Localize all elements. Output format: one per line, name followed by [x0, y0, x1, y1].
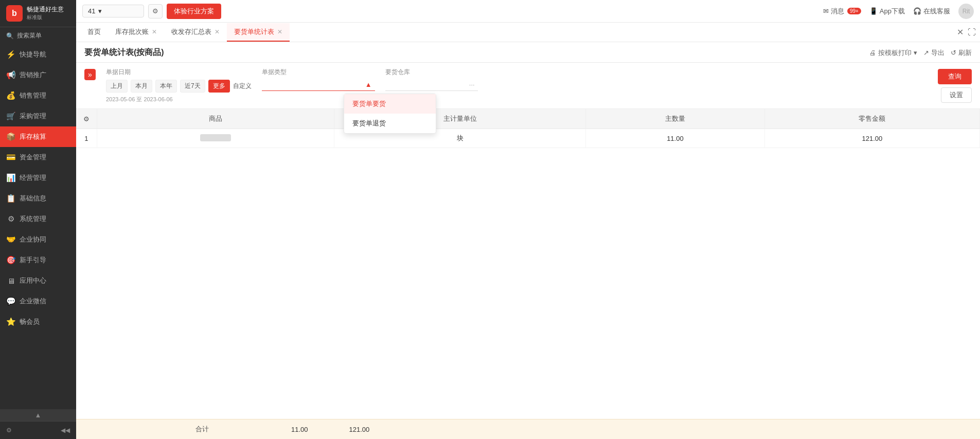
close-receive-summary-icon[interactable]: ✕ — [215, 28, 220, 35]
purchase-icon: 🛒 — [6, 112, 15, 121]
type-filter-input[interactable] — [265, 81, 362, 88]
warehouse-filter-label: 要货仓库 — [385, 68, 478, 77]
sidebar-item-inventory[interactable]: 📦 库存核算 — [0, 126, 76, 147]
sidebar-label-wechat: 企业微信 — [20, 297, 46, 306]
message-icon: ✉ — [823, 7, 829, 15]
date-btn-more[interactable]: 更多 — [208, 80, 230, 93]
dropdown-arrow-icon: ▾ — [98, 7, 102, 15]
sidebar-item-quick-nav[interactable]: ⚡ 快捷导航 — [0, 44, 76, 65]
finance-icon: 💳 — [6, 153, 15, 162]
user-name: Rit — [963, 8, 970, 15]
sidebar-item-basic-info[interactable]: 📋 基础信息 — [0, 188, 76, 209]
row-qty: 11.00 — [586, 129, 765, 148]
sidebar-item-wechat[interactable]: 💬 企业微信 — [0, 291, 76, 312]
export-button[interactable]: ↗ 导出 — [923, 48, 945, 58]
close-requisition-stat-icon[interactable]: ✕ — [277, 28, 282, 35]
filter-area: » 单据日期 上月 本月 本年 近7天 更多 自定义 2023-05-06 至 … — [76, 63, 980, 109]
sidebar-item-enterprise[interactable]: 🤝 企业协同 — [0, 229, 76, 250]
warehouse-filter-dots-icon: ··· — [469, 81, 475, 88]
tab-requisition-stat-label: 要货单统计表 — [234, 27, 274, 36]
sidebar-scroll-up[interactable]: ▲ — [0, 409, 76, 421]
export-label: 导出 — [931, 48, 945, 58]
sidebar-collapse-btn[interactable]: ◀◀ — [61, 427, 70, 434]
table-header-row: ⚙ 商品 主计量单位 主数量 零售金额 — [76, 109, 980, 129]
app-center-icon: 🖥 — [6, 277, 15, 285]
expand-tabs-icon[interactable]: ⛶ — [968, 28, 976, 37]
gear-icon: ⚙ — [152, 7, 158, 15]
query-button[interactable]: 查询 — [938, 69, 972, 84]
sidebar-item-finance[interactable]: 💳 资金管理 — [0, 147, 76, 168]
dropdown-option-requisition-order[interactable]: 要货单要货 — [344, 94, 436, 114]
refresh-button[interactable]: ↺ 刷新 — [951, 48, 972, 58]
online-service-button[interactable]: 🎧 在线客服 — [913, 7, 950, 16]
type-filter-group: 单据类型 ▲ — [262, 68, 375, 91]
date-btn-last-month[interactable]: 上月 — [106, 80, 128, 93]
sidebar-item-sales[interactable]: 💰 销售管理 — [0, 85, 76, 106]
marketing-icon: 📢 — [6, 70, 15, 80]
type-filter-arrow-icon: ▲ — [365, 81, 372, 88]
enterprise-icon: 🤝 — [6, 235, 15, 244]
table-row: 1 块 11.00 121.00 — [76, 129, 980, 148]
sidebar-label-member: 畅会员 — [20, 317, 40, 326]
date-btn-last-7days[interactable]: 近7天 — [180, 80, 205, 93]
sidebar-item-member[interactable]: ⭐ 畅会员 — [0, 312, 76, 332]
date-btn-custom[interactable]: 自定义 — [233, 82, 252, 90]
member-icon: ⭐ — [6, 317, 15, 326]
trial-button[interactable]: 体验行业方案 — [167, 4, 221, 19]
search-icon: 🔍 — [6, 32, 14, 40]
warehouse-filter-select[interactable]: ··· — [385, 79, 478, 91]
close-inventory-batch-icon[interactable]: ✕ — [152, 28, 157, 35]
print-label: 按模板打印 — [878, 48, 912, 58]
tab-receive-summary-label: 收发存汇总表 — [171, 27, 211, 36]
type-filter-select[interactable]: ▲ — [262, 79, 375, 91]
row-product — [97, 129, 334, 148]
topbar: 41 ▾ ⚙ 体验行业方案 ✉ 消息 99+ 📱 App下载 🎧 在线客服 — [76, 0, 980, 23]
table-footer: 合计 11.00 121.00 — [76, 419, 980, 439]
sidebar-item-system[interactable]: ⚙ 系统管理 — [0, 209, 76, 229]
sidebar-item-app-center[interactable]: 🖥 应用中心 — [0, 270, 76, 291]
tab-home[interactable]: 首页 — [80, 23, 108, 42]
dropdown-option-requisition-return[interactable]: 要货单退货 — [344, 114, 436, 133]
col-settings[interactable]: ⚙ — [76, 109, 97, 129]
sidebar-item-newbie[interactable]: 🎯 新手引导 — [0, 250, 76, 270]
data-table: ⚙ 商品 主计量单位 主数量 零售金额 1 块 11.00 121.00 — [76, 109, 980, 148]
column-settings-button[interactable]: 设置 — [941, 87, 972, 103]
sidebar-item-purchase[interactable]: 🛒 采购管理 — [0, 106, 76, 126]
settings-button[interactable]: ⚙ — [148, 4, 163, 19]
footer-total-label: 合计 — [195, 425, 209, 434]
sidebar-label-operations: 经营管理 — [20, 173, 46, 182]
close-all-tabs-icon[interactable]: ✕ — [957, 27, 964, 37]
sales-icon: 💰 — [6, 91, 15, 100]
print-button[interactable]: 🖨 按模板打印 ▾ — [869, 48, 917, 58]
date-btn-this-year[interactable]: 本年 — [155, 80, 177, 93]
store-name: 41 — [88, 7, 95, 15]
app-download-button[interactable]: 📱 App下载 — [869, 7, 905, 16]
refresh-icon: ↺ — [951, 49, 956, 57]
col-amount: 零售金额 — [764, 109, 979, 129]
sidebar-label-enterprise: 企业协同 — [20, 235, 46, 244]
date-options: 上月 本月 本年 近7天 更多 自定义 — [106, 80, 252, 93]
sidebar-settings-icon[interactable]: ⚙ — [6, 427, 12, 434]
sidebar-label-quick-nav: 快捷导航 — [20, 50, 46, 59]
search-label: 搜索菜单 — [17, 31, 42, 40]
tab-receive-summary[interactable]: 收发存汇总表 ✕ — [164, 23, 227, 42]
table-area: ⚙ 商品 主计量单位 主数量 零售金额 1 块 11.00 121.00 — [76, 109, 980, 419]
quick-nav-icon: ⚡ — [6, 50, 15, 59]
tab-home-label: 首页 — [87, 27, 101, 36]
sidebar-item-operations[interactable]: 📊 经营管理 — [0, 168, 76, 188]
message-button[interactable]: ✉ 消息 99+ — [823, 7, 861, 16]
store-selector[interactable]: 41 ▾ — [82, 5, 144, 17]
tab-requisition-stat[interactable]: 要货单统计表 ✕ — [227, 23, 290, 42]
sidebar-item-marketing[interactable]: 📢 营销推广 — [0, 65, 76, 85]
app-download-icon: 📱 — [869, 7, 878, 15]
sidebar-search[interactable]: 🔍 搜索菜单 — [0, 27, 76, 44]
sidebar-label-system: 系统管理 — [20, 214, 46, 224]
filter-expand-button[interactable]: » — [84, 69, 96, 80]
date-btn-this-month[interactable]: 本月 — [131, 80, 152, 93]
user-avatar[interactable]: Rit — [958, 4, 974, 19]
sidebar-label-finance: 资金管理 — [20, 153, 46, 162]
main-area: 41 ▾ ⚙ 体验行业方案 ✉ 消息 99+ 📱 App下载 🎧 在线客服 — [76, 0, 980, 439]
date-range-display: 2023-05-06 至 2023-06-06 — [106, 96, 252, 103]
tab-inventory-batch[interactable]: 库存批次账 ✕ — [108, 23, 164, 42]
type-dropdown: 要货单要货 要货单退货 — [344, 94, 436, 134]
